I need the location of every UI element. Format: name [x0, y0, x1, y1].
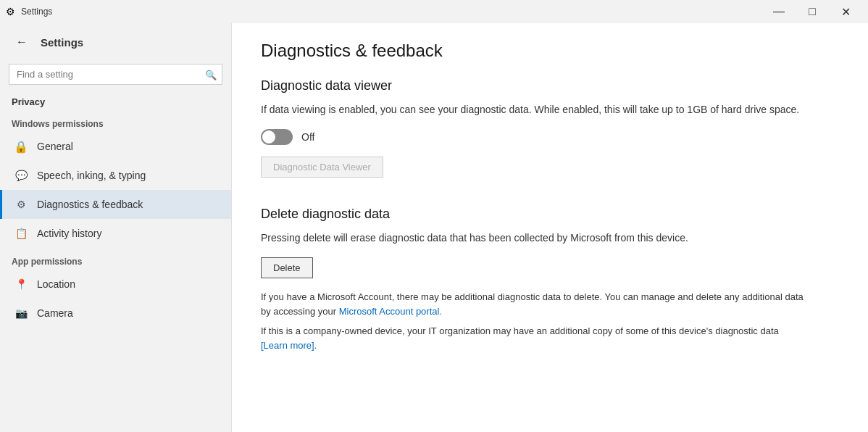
delete-section-title: Delete diagnostic data [261, 207, 839, 222]
search-box: 🔍 [9, 64, 222, 85]
viewer-toggle-label: Off [301, 131, 314, 143]
app-window: ← Settings 🔍 Privacy Windows permissions… [0, 23, 868, 432]
titlebar: ⚙ Settings — □ ✕ [0, 0, 868, 23]
close-button[interactable]: ✕ [829, 0, 862, 23]
camera-icon: 📷 [14, 306, 28, 320]
sidebar-item-location[interactable]: 📍 Location [0, 270, 231, 299]
sidebar-item-general[interactable]: 🔒 General [0, 132, 231, 161]
lock-icon: 🔒 [14, 139, 28, 154]
sidebar-item-diagnostics[interactable]: ⚙ Diagnostics & feedback [0, 190, 231, 219]
sidebar-item-speech[interactable]: 💬 Speech, inking, & typing [0, 161, 231, 190]
window-controls: — □ ✕ [762, 0, 862, 23]
speech-icon: 💬 [14, 168, 28, 183]
sidebar: ← Settings 🔍 Privacy Windows permissions… [0, 23, 232, 432]
settings-icon: ⚙ [6, 6, 15, 17]
sidebar-item-diagnostics-label: Diagnostics & feedback [37, 199, 143, 210]
windows-permissions-label: Windows permissions [0, 110, 231, 132]
search-icon: 🔍 [205, 69, 217, 80]
viewer-toggle-row: Off [261, 129, 839, 145]
sidebar-item-location-label: Location [37, 278, 75, 290]
sidebar-item-camera[interactable]: 📷 Camera [0, 299, 231, 328]
sidebar-item-general-label: General [37, 141, 73, 152]
search-input[interactable] [9, 64, 222, 85]
titlebar-title: Settings [21, 7, 762, 17]
viewer-section-title: Diagnostic data viewer [261, 78, 839, 94]
toggle-knob [262, 130, 275, 144]
delete-description: Pressing delete will erase diagnostic da… [261, 230, 804, 246]
privacy-label: Privacy [0, 91, 231, 110]
back-button[interactable]: ← [12, 32, 32, 52]
sidebar-item-speech-label: Speech, inking, & typing [37, 170, 146, 181]
app-permissions-label: App permissions [0, 248, 231, 270]
sidebar-title: Settings [41, 36, 83, 49]
viewer-toggle[interactable] [261, 129, 293, 145]
content-area: Diagnostics & feedback Diagnostic data v… [232, 23, 868, 432]
sidebar-header: ← Settings [0, 23, 231, 61]
page-title: Diagnostics & feedback [261, 41, 839, 61]
learn-more-link[interactable]: [Learn more]. [261, 340, 317, 351]
diagnostic-data-viewer-button[interactable]: Diagnostic Data Viewer [261, 157, 383, 178]
diagnostics-icon: ⚙ [14, 197, 28, 212]
sidebar-item-camera-label: Camera [37, 307, 73, 319]
minimize-button[interactable]: — [762, 0, 796, 23]
microsoft-account-portal-link[interactable]: Microsoft Account portal. [339, 306, 442, 317]
sidebar-item-activity[interactable]: 📋 Activity history [0, 219, 231, 248]
delete-button[interactable]: Delete [261, 257, 313, 278]
sidebar-item-activity-label: Activity history [37, 228, 101, 239]
location-icon: 📍 [14, 277, 28, 291]
viewer-description: If data viewing is enabled, you can see … [261, 102, 804, 117]
activity-icon: 📋 [14, 226, 28, 241]
delete-info-line1: If you have a Microsoft Account, there m… [261, 290, 804, 318]
maximize-button[interactable]: □ [796, 0, 829, 23]
delete-info-line2: If this is a company-owned device, your … [261, 324, 804, 352]
